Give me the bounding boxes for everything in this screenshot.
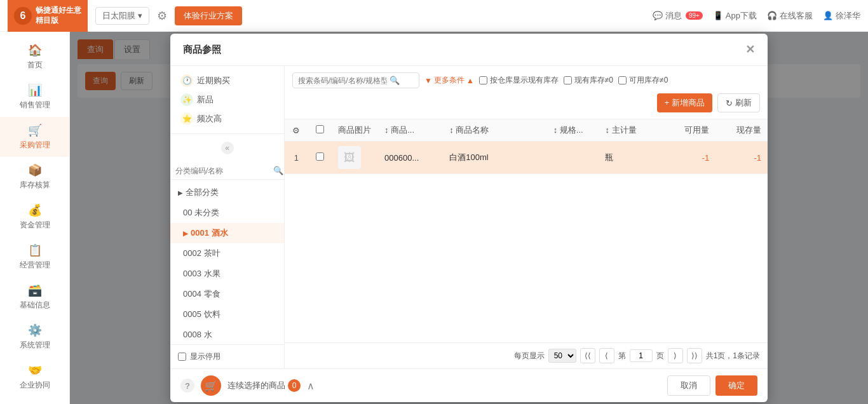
add-product-button[interactable]: + 新增商品 [657, 93, 712, 112]
col-header-img: 商品图片 [332, 119, 379, 142]
sidebar-item-basics[interactable]: 🗃️ 基础信息 [0, 277, 69, 317]
sidebar-label-inventory: 库存核算 [20, 180, 50, 191]
sidebar-item-home[interactable]: 🏠 首页 [0, 37, 69, 77]
cancel-button[interactable]: 取消 [667, 375, 710, 396]
col-header-stock: 现存量 [715, 119, 768, 142]
cat-item-1[interactable]: ▶ 0001 酒水 [170, 223, 284, 243]
org-dropdown[interactable]: 日太阳膜 ▾ [95, 7, 149, 25]
col-header-check [308, 119, 332, 142]
row-available: -1 [651, 142, 715, 174]
table-settings-icon[interactable]: ⚙ [292, 126, 300, 135]
sidebar-item-sales[interactable]: 📊 销售管理 [0, 77, 69, 117]
star-icon: ⭐ [180, 112, 193, 125]
row-code: 000600... [378, 142, 443, 174]
mobile-icon: 📱 [713, 11, 723, 20]
sidebar-item-system[interactable]: ⚙️ 系统管理 [0, 317, 69, 357]
cart-button[interactable]: 🛒 [201, 375, 221, 396]
quick-item-new[interactable]: ✨ 新品 [175, 90, 279, 109]
sidebar-item-purchase[interactable]: 🛒 采购管理 [0, 117, 69, 157]
quick-item-frequent[interactable]: ⭐ 频次高 [175, 109, 279, 128]
sidebar-item-inventory[interactable]: 📦 库存核算 [0, 157, 69, 197]
page-input[interactable] [630, 349, 653, 362]
footer-collapse-icon[interactable]: ∧ [307, 380, 315, 392]
page-label: 第 [618, 351, 626, 361]
cat-item-all[interactable]: ▶ 全部分类 [170, 182, 284, 203]
product-search-input[interactable] [298, 76, 387, 85]
table-row[interactable]: 1 🖼 000600... 白酒100ml [285, 142, 768, 174]
nav-app-download[interactable]: 📱 App下载 [713, 10, 757, 22]
sidebar-label-finance: 资金管理 [20, 220, 50, 231]
nav-messages[interactable]: 💬 消息 99+ [653, 10, 703, 22]
sidebar-label-system: 系统管理 [20, 340, 50, 351]
category-panel: 🕐 近期购买 ✨ 新品 ⭐ 频次高 [170, 66, 285, 368]
available-check-group: 现有库存≠0 [564, 75, 613, 86]
dialog-footer: ? 🛒 连续选择的商品 0 ∧ 取消 确定 [170, 368, 768, 402]
sidebar-label-enterprise: 企业协同 [20, 380, 50, 391]
chevron-down-icon: ▾ [138, 11, 142, 20]
help-icon[interactable]: ? [180, 379, 194, 393]
footer-left: ? 🛒 连续选择的商品 0 ∧ [180, 375, 315, 396]
cat-item-4[interactable]: 0004 零食 [170, 284, 284, 304]
row-checkbox[interactable] [316, 152, 324, 161]
col-header-spec: ↕ 规格... [547, 119, 599, 142]
usable-checkbox[interactable] [618, 76, 627, 84]
warehouse-checkbox[interactable] [479, 76, 487, 84]
select-all-checkbox[interactable] [316, 125, 324, 133]
settings-icon[interactable]: ⚙ [157, 9, 167, 23]
sidebar-label-sales: 销售管理 [20, 100, 50, 111]
row-name: 白酒100ml [443, 142, 546, 174]
logo: 6 畅捷通好生意 精目版 [8, 0, 88, 32]
row-img: 🖼 [332, 142, 379, 174]
last-page-btn[interactable]: ⟩⟩ [687, 348, 702, 363]
sidebar-item-operations[interactable]: 📋 经营管理 [0, 237, 69, 277]
quick-item-recent[interactable]: 🕐 近期购买 [175, 71, 279, 90]
cta-button[interactable]: 体验行业方案 [175, 6, 242, 25]
sidebar-label-operations: 经营管理 [20, 260, 50, 271]
arrow-icon: ▶ [178, 189, 183, 196]
cat-item-5[interactable]: 0005 饮料 [170, 304, 284, 325]
prev-page-btn[interactable]: ⟨ [599, 348, 614, 363]
category-quick: 🕐 近期购买 ✨ 新品 ⭐ 频次高 [170, 66, 284, 134]
dialog-header: 商品参照 ✕ [170, 34, 768, 66]
row-num: 1 [285, 142, 308, 174]
col-header-code: ↕ 商品... [378, 119, 443, 142]
confirm-button[interactable]: 确定 [715, 375, 757, 396]
col-header-name: ↕ 商品名称 [443, 119, 546, 142]
message-icon: 💬 [653, 11, 663, 20]
home-icon: 🏠 [28, 43, 42, 57]
product-table: ⚙ 商品图片 ↕ 商品... [285, 119, 768, 174]
nav-service[interactable]: 🎧 在线客服 [767, 10, 813, 22]
sidebar-item-finance[interactable]: 💰 资金管理 [0, 197, 69, 237]
cat-item-6[interactable]: 0008 水 [170, 325, 284, 344]
nav-user[interactable]: 👤 徐泽华 [823, 10, 860, 22]
category-search-icon[interactable]: 🔍 [273, 166, 283, 175]
first-page-btn[interactable]: ⟨⟨ [580, 348, 595, 363]
inventory-icon: 📦 [28, 163, 42, 177]
message-badge: 99+ [686, 11, 703, 20]
basics-icon: 🗃️ [28, 283, 42, 297]
category-search-input[interactable] [175, 166, 271, 175]
category-list: ▶ 全部分类 00 未分类 ▶ 0001 酒水 0002 茶 [170, 180, 284, 344]
next-page-btn[interactable]: ⟩ [668, 348, 683, 363]
search-icon[interactable]: 🔍 [390, 76, 400, 85]
system-icon: ⚙️ [28, 323, 42, 337]
sidebar-item-enterprise[interactable]: 🤝 企业协同 [0, 357, 69, 397]
cat-item-0[interactable]: 00 未分类 [170, 203, 284, 223]
cat-item-2[interactable]: 0002 茶叶 [170, 243, 284, 264]
dialog-close-button[interactable]: ✕ [745, 43, 755, 57]
show-disabled-area: 显示停用 [170, 344, 284, 368]
sidebar-item-guide[interactable]: 🌟 新手引导 [0, 397, 69, 404]
refresh-button[interactable]: ↻ 刷新 [717, 93, 760, 112]
page-size-select[interactable]: 50 [548, 349, 576, 363]
filter-button[interactable]: ▼ 更多条件 ▲ [424, 75, 474, 86]
category-search: 🔍 [170, 162, 284, 180]
category-collapse-button[interactable]: « [221, 142, 234, 154]
product-toolbar: 🔍 ▼ 更多条件 ▲ 按仓库显示现有库存 [285, 66, 768, 119]
dialog-body: 🕐 近期购买 ✨ 新品 ⭐ 频次高 [170, 66, 768, 368]
headset-icon: 🎧 [767, 11, 777, 20]
available-checkbox[interactable] [564, 76, 572, 84]
product-image: 🖼 [338, 146, 361, 169]
cat-item-3[interactable]: 0003 水果 [170, 264, 284, 284]
show-disabled-checkbox[interactable] [178, 353, 186, 361]
pagination: 每页显示 50 ⟨⟨ ⟨ 第 页 ⟩ ⟩⟩ 共1页，1条记录 [285, 342, 768, 368]
